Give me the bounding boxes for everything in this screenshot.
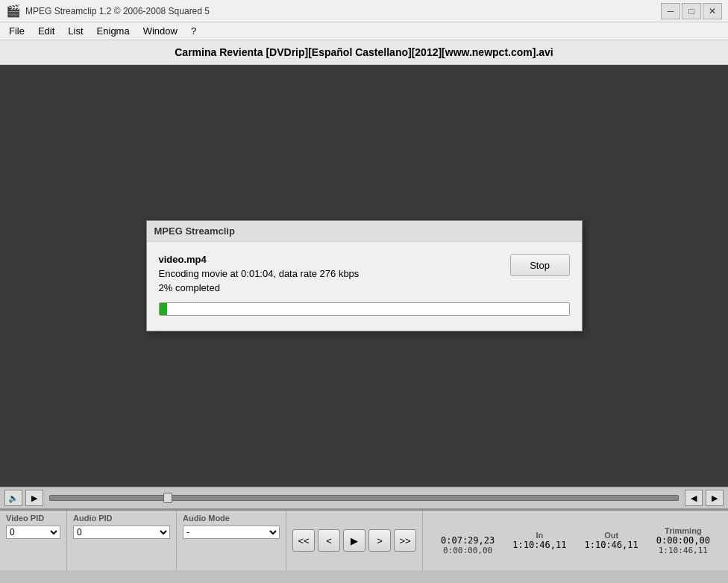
stop-button[interactable]: Stop	[510, 254, 570, 276]
current-time-group: 0:07:29,23 0:00:00,00	[441, 526, 495, 555]
dialog-content: video.mp4 Encoding movie at 0:01:04, dat…	[159, 254, 570, 293]
trimming-group: Trimming 0:00:00,00 1:10:46,11	[656, 526, 710, 555]
menu-help[interactable]: ?	[185, 24, 202, 38]
trimming-value: 0:00:00,00	[656, 535, 710, 546]
audio-mode-label: Audio Mode	[183, 514, 280, 523]
app-title: MPEG Streamclip 1.2 © 2006-2008 Squared …	[25, 6, 210, 16]
current-time-sub: 0:00:00,00	[443, 546, 492, 555]
forward-far-button[interactable]: >>	[394, 529, 416, 552]
close-button[interactable]: ✕	[703, 3, 722, 19]
in-label: In	[536, 531, 543, 540]
title-controls: ─ □ ✕	[661, 3, 722, 19]
progress-bar-fill	[160, 303, 168, 315]
audio-mode-col: Audio Mode -	[177, 511, 286, 570]
play-button[interactable]: ▶	[25, 490, 43, 506]
forward-button[interactable]: >	[368, 529, 391, 552]
trimming-sub: 1:10:46,11	[659, 546, 708, 555]
time-info: 0:07:29,23 0:00:00,00 In 1:10:46,11 Out …	[423, 511, 728, 570]
volume-up-button[interactable]: ▶	[706, 490, 724, 506]
dialog-status: Encoding movie at 0:01:04, data rate 276…	[159, 268, 501, 279]
menu-enigma[interactable]: Enigma	[91, 24, 136, 38]
dialog-percent: 2% completed	[159, 282, 501, 293]
controls-bar: 🔈 ▶ ◀ ▶	[0, 487, 728, 509]
dialog-body: video.mp4 Encoding movie at 0:01:04, dat…	[147, 242, 582, 331]
trimming-label: Trimming	[665, 526, 702, 535]
volume-button[interactable]: 🔈	[4, 490, 22, 506]
video-pid-label: Video PID	[6, 514, 60, 523]
file-title: Carmina Revienta [DVDrip][Español Castel…	[0, 40, 728, 65]
rewind-far-button[interactable]: <<	[292, 529, 315, 552]
out-value: 1:10:46,11	[585, 540, 638, 550]
title-bar: 🎬 MPEG Streamclip 1.2 © 2006-2008 Square…	[0, 0, 728, 22]
rewind-button[interactable]: <	[318, 529, 340, 552]
menu-edit[interactable]: Edit	[32, 24, 60, 38]
scrubber-handle[interactable]	[163, 493, 172, 503]
out-label: Out	[604, 531, 618, 540]
in-time-group: In 1:10:46,11	[512, 531, 566, 550]
out-time-group: Out 1:10:46,11	[585, 531, 638, 550]
progress-bar-container	[159, 302, 570, 316]
audio-pid-col: Audio PID 0	[67, 511, 177, 570]
video-area: MPEG Streamclip video.mp4 Encoding movie…	[0, 65, 728, 487]
transport-controls: << < ▶ > >>	[286, 511, 423, 570]
video-pid-col: Video PID 0	[0, 511, 67, 570]
minimize-button[interactable]: ─	[661, 3, 680, 19]
dialog-filename: video.mp4	[159, 254, 501, 265]
play-transport-button[interactable]: ▶	[343, 529, 365, 552]
audio-pid-label: Audio PID	[73, 514, 170, 523]
menu-list[interactable]: List	[62, 24, 89, 38]
audio-pid-select[interactable]: 0	[73, 526, 170, 539]
dialog-text-area: video.mp4 Encoding movie at 0:01:04, dat…	[159, 254, 501, 293]
current-time-value: 0:07:29,23	[441, 535, 495, 546]
encoding-dialog: MPEG Streamclip video.mp4 Encoding movie…	[146, 220, 583, 331]
menu-window[interactable]: Window	[137, 24, 183, 38]
title-left: 🎬 MPEG Streamclip 1.2 © 2006-2008 Square…	[6, 4, 210, 18]
in-value: 1:10:46,11	[512, 540, 566, 550]
scrubber-track[interactable]	[49, 495, 679, 501]
menu-bar: File Edit List Enigma Window ?	[0, 22, 728, 40]
menu-file[interactable]: File	[3, 24, 31, 38]
dialog-title-bar: MPEG Streamclip	[147, 221, 582, 242]
app-icon: 🎬	[6, 4, 21, 18]
volume-down-button[interactable]: ◀	[685, 490, 703, 506]
bottom-bar: Video PID 0 Audio PID 0 Audio Mode - << …	[0, 509, 728, 570]
audio-mode-select[interactable]: -	[183, 526, 280, 539]
video-pid-select[interactable]: 0	[6, 526, 60, 539]
maximize-button[interactable]: □	[682, 3, 701, 19]
